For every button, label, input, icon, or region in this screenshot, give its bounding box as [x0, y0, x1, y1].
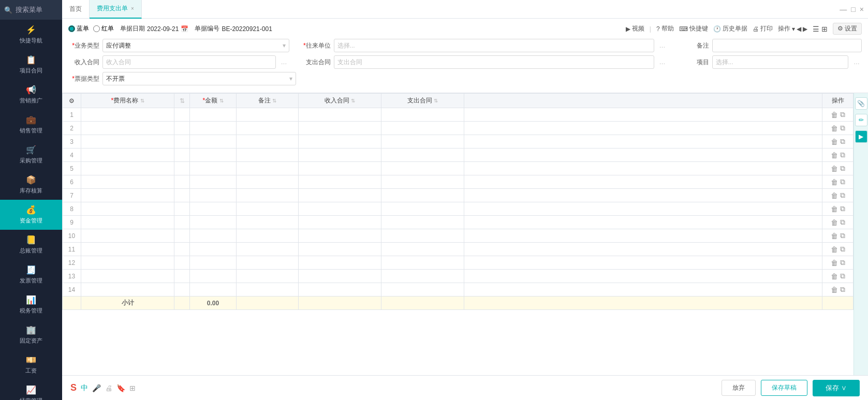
sidebar-item-purchase-mgmt[interactable]: 🛒 采购管理 [0, 140, 62, 170]
sidebar-item-fixed-assets[interactable]: 🏢 固定资产 [0, 320, 62, 350]
delete-row-btn-14[interactable]: 🗑 [831, 286, 838, 294]
copy-row-btn-5[interactable]: ⧉ [840, 164, 845, 173]
grid-footer-icon[interactable]: ⊞ [129, 384, 136, 392]
set-button[interactable]: ⚙ 设置 [833, 23, 862, 35]
tab-expense-form[interactable]: 费用支出单 × [90, 0, 142, 19]
delete-row-btn-13[interactable]: 🗑 [831, 272, 838, 280]
amount-cell-2[interactable] [190, 122, 237, 135]
amount-cell-11[interactable] [190, 243, 237, 256]
video-btn[interactable]: ▶ 视频 [626, 24, 644, 33]
income-contract-cell-6[interactable] [299, 175, 381, 189]
note-cell-3[interactable] [237, 135, 299, 149]
amount-cell-5[interactable] [190, 162, 237, 175]
expense-name-cell-14[interactable] [81, 283, 174, 297]
delete-row-btn-10[interactable]: 🗑 [831, 232, 838, 240]
amount-cell-12[interactable] [190, 256, 237, 270]
sidebar-item-fund-mgmt[interactable]: 💰 资金管理 [0, 200, 62, 230]
side-main-btn[interactable]: ▶ [855, 130, 867, 143]
expense-contract-cell-3[interactable] [381, 135, 464, 149]
amount-cell-8[interactable] [190, 202, 237, 216]
delete-row-btn-5[interactable]: 🗑 [831, 165, 838, 173]
copy-row-btn-2[interactable]: ⧉ [840, 124, 845, 132]
expense-name-cell-7[interactable] [81, 189, 174, 202]
save-draft-button[interactable]: 保存草稿 [761, 380, 807, 396]
sidebar-item-ledger-mgmt[interactable]: 📒 总账管理 [0, 230, 62, 260]
note-cell-13[interactable] [237, 270, 299, 283]
note-cell-7[interactable] [237, 189, 299, 202]
income-contract-cell-5[interactable] [299, 162, 381, 175]
sidebar-search[interactable]: 🔍 搜索菜单 [0, 0, 62, 20]
radio-blue[interactable]: 蓝单 [68, 24, 89, 33]
note-cell-1[interactable] [237, 108, 299, 122]
expense-contract-cell-10[interactable] [381, 229, 464, 243]
income-contract-cell-14[interactable] [299, 283, 381, 297]
amount-cell-4[interactable] [190, 149, 237, 162]
income-contract-dots[interactable]: … [279, 58, 289, 66]
expense-contract-cell-12[interactable] [381, 256, 464, 270]
expense-contract-cell-6[interactable] [381, 175, 464, 189]
abandon-button[interactable]: 放弃 [722, 380, 756, 396]
tab-home[interactable]: 首页 [62, 0, 90, 19]
side-paperclip-btn[interactable]: 📎 [855, 97, 867, 110]
copy-row-btn-6[interactable]: ⧉ [840, 177, 845, 186]
calendar-icon[interactable]: 📅 [181, 25, 188, 33]
col-gear[interactable]: ⚙ [63, 94, 81, 108]
note-cell-5[interactable] [237, 162, 299, 175]
expense-name-cell-8[interactable] [81, 202, 174, 216]
copy-row-btn-8[interactable]: ⧉ [840, 204, 845, 213]
copy-row-btn-9[interactable]: ⧉ [840, 218, 845, 227]
col-sort[interactable]: ⇅ [174, 94, 190, 108]
save-button[interactable]: 保存 ∨ [813, 380, 860, 396]
copy-row-btn-13[interactable]: ⧉ [840, 272, 845, 280]
bookmark-icon[interactable]: 🔖 [116, 384, 125, 392]
window-maximize-btn[interactable]: □ [851, 5, 855, 13]
operate-btn[interactable]: 操作 ▾ ◀ ▶ [778, 24, 807, 33]
shortcut-btn[interactable]: ⌨ 快捷键 [679, 24, 708, 33]
note-cell-10[interactable] [237, 229, 299, 243]
sidebar-item-marketing[interactable]: 📢 营销推广 [0, 80, 62, 110]
tab-close-icon[interactable]: × [131, 6, 134, 11]
window-minimize-btn[interactable]: — [840, 5, 847, 13]
copy-row-btn-11[interactable]: ⧉ [840, 245, 845, 254]
note-cell-8[interactable] [237, 202, 299, 216]
partner-input[interactable] [334, 39, 654, 52]
expense-contract-cell-1[interactable] [381, 108, 464, 122]
sidebar-item-ops-mgmt[interactable]: 📈 经营管理 [0, 380, 62, 400]
expense-contract-input[interactable] [334, 55, 654, 69]
delete-row-btn-4[interactable]: 🗑 [831, 151, 838, 159]
income-contract-cell-8[interactable] [299, 202, 381, 216]
project-dots[interactable]: … [851, 58, 862, 66]
expense-contract-cell-14[interactable] [381, 283, 464, 297]
expense-contract-cell-5[interactable] [381, 162, 464, 175]
expense-contract-cell-13[interactable] [381, 270, 464, 283]
amount-cell-10[interactable] [190, 229, 237, 243]
expense-name-cell-4[interactable] [81, 149, 174, 162]
history-btn[interactable]: 🕐 历史单据 [713, 24, 747, 33]
delete-row-btn-12[interactable]: 🗑 [831, 259, 838, 267]
income-contract-cell-12[interactable] [299, 256, 381, 270]
sidebar-item-invoice-mgmt[interactable]: 🧾 发票管理 [0, 260, 62, 290]
expense-name-cell-2[interactable] [81, 122, 174, 135]
income-contract-cell-13[interactable] [299, 270, 381, 283]
amount-cell-1[interactable] [190, 108, 237, 122]
note-cell-11[interactable] [237, 243, 299, 256]
note-cell-12[interactable] [237, 256, 299, 270]
delete-row-btn-2[interactable]: 🗑 [831, 124, 838, 132]
income-contract-cell-1[interactable] [299, 108, 381, 122]
amount-cell-3[interactable] [190, 135, 237, 149]
expense-name-cell-10[interactable] [81, 229, 174, 243]
income-contract-cell-3[interactable] [299, 135, 381, 149]
help-btn[interactable]: ? 帮助 [656, 24, 674, 33]
amount-cell-14[interactable] [190, 283, 237, 297]
partner-dots-btn[interactable]: … [657, 42, 668, 49]
delete-row-btn-1[interactable]: 🗑 [831, 111, 838, 119]
expense-name-cell-1[interactable] [81, 108, 174, 122]
income-contract-cell-7[interactable] [299, 189, 381, 202]
copy-row-btn-12[interactable]: ⧉ [840, 258, 845, 267]
invoice-type-select[interactable]: 不开票 增值税专票 增值税普票 [103, 72, 296, 85]
print-footer-icon[interactable]: 🖨 [105, 384, 112, 392]
expense-contract-cell-8[interactable] [381, 202, 464, 216]
delete-row-btn-8[interactable]: 🗑 [831, 205, 838, 213]
note-cell-14[interactable] [237, 283, 299, 297]
copy-row-btn-7[interactable]: ⧉ [840, 191, 845, 200]
